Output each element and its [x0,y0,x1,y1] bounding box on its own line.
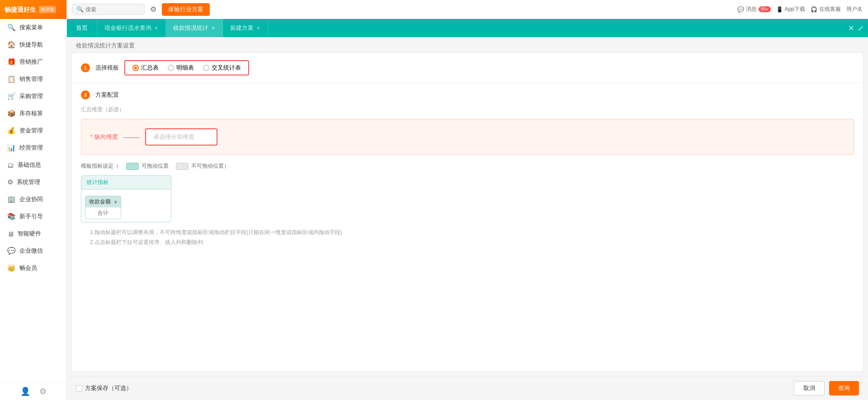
sidebar: 畅捷通好生 标准版 🔍搜索菜单🏠快捷导航🎁营销推广📋销售管理🛒采购管理📦库存核算… [0,0,67,400]
save-checkbox[interactable] [76,385,82,391]
quick-nav-icon: 🏠 [7,41,16,49]
sidebar-item-marketing[interactable]: 🎁营销推广 [0,53,66,71]
finance-icon: 💰 [7,127,16,135]
close-bank-flow-icon[interactable]: ✕ [154,25,158,31]
tab-receipts-stat[interactable]: 收款情况统计 ✕ [166,19,223,37]
marketing-icon: 🎁 [7,58,16,66]
enterprise-label: 企业协同 [19,195,43,203]
tab-receipts-stat-label: 收款情况统计 [173,24,208,32]
operation-label: 经营管理 [19,144,43,152]
sidebar-item-operation[interactable]: 📊经营管理 [0,139,66,156]
metrics-label-prefix: 模板指标设定（ [81,162,119,170]
user-info[interactable]: 用户名 [846,5,863,13]
tab-home[interactable]: 首页 [67,19,97,37]
sidebar-item-enterprise[interactable]: 🏢企业协同 [0,191,66,208]
metrics-section-title: 统计指标 [81,176,171,189]
sidebar-item-guide[interactable]: 📚新手引导 [0,208,66,225]
metric-card-header: 收款金额 ∨ [85,196,121,207]
sidebar-item-hardware[interactable]: 🖥智能硬件 [0,225,66,242]
trial-btn[interactable]: 体验行业方案 [162,3,210,16]
step2-label: 方案配置 [95,91,119,99]
search-menu-icon: 🔍 [7,24,16,32]
sidebar-item-purchase[interactable]: 🛒采购管理 [0,88,66,105]
radio-summary-dot [132,65,139,71]
cancel-button[interactable]: 取消 [794,381,825,395]
sidebar-item-quick-nav[interactable]: 🏠快捷导航 [0,36,66,53]
save-option: 方案保存（可选） [76,384,132,392]
step1-row: 1 选择模板 汇总表 明细表 交 [81,60,854,75]
radio-summary[interactable]: 汇总表 [132,64,159,72]
message-btn[interactable]: 💬 消息 99+ [737,5,771,13]
tab-bank-flow[interactable]: 现金银行流水查询 ✕ [97,19,166,37]
close-receipts-stat-icon[interactable]: ✕ [211,25,215,31]
basic-info-label: 基础信息 [18,161,41,169]
metrics-legend: 模板指标设定（ 可拖动位置 不可拖动位置） [81,162,854,170]
step2-section: 2 方案配置 汇总维度（必选） * 纵向维度 —— 请选择分组维度 [72,83,863,260]
wechat-label: 企业微信 [19,247,43,255]
sidebar-item-wechat[interactable]: 💬企业微信 [0,242,66,259]
radio-cross[interactable]: 交叉统计表 [203,64,241,72]
step2-header: 2 方案配置 [81,90,854,99]
metrics-section: 模板指标设定（ 可拖动位置 不可拖动位置） 统计指标 [81,162,854,222]
operation-icon: 📊 [7,144,16,152]
member-icon: 👑 [7,264,16,272]
tab-home-label: 首页 [76,24,88,32]
sidebar-item-sales[interactable]: 📋销售管理 [0,71,66,88]
topbar: 🔍 ⚙ 体验行业方案 💬 消息 99+ 📱 App下载 🎧 在线客服 用户名 [67,0,868,19]
guide-icon: 📚 [7,212,16,221]
gear-icon[interactable]: ⚙ [150,5,156,14]
purchase-label: 采购管理 [19,92,43,100]
finance-label: 资金管理 [19,127,43,135]
sidebar-items: 🔍搜索菜单🏠快捷导航🎁营销推广📋销售管理🛒采购管理📦库存核算💰资金管理📊经营管理… [0,19,66,382]
tips-section: 1.拖动标题栏可以调整布局，不可跨维度或指标区域拖动栏目字段(只能在同一维度或指… [81,222,854,253]
member-label: 畅会员 [19,264,37,272]
search-bar[interactable]: 🔍 [72,4,145,15]
quick-nav-label: 快捷导航 [19,41,43,49]
close-all-icon[interactable]: ✕ [848,24,854,33]
tip-2: 2.点击标题栏下拉可设置排序、插入列和删除列 [90,238,845,248]
sidebar-item-finance[interactable]: 💰资金管理 [0,122,66,139]
tab-bank-flow-label: 现金银行流水查询 [104,24,151,32]
sidebar-item-search-menu[interactable]: 🔍搜索菜单 [0,19,66,36]
metric-card-area: 收款金额 ∨ 合计 [81,193,171,222]
metric-card-amount[interactable]: 收款金额 ∨ 合计 [85,196,121,219]
system-label: 系统管理 [17,178,40,186]
tabbar-right: ✕ ⤢ [848,24,868,33]
system-icon: ⚙ [7,178,13,186]
sales-icon: 📋 [7,75,16,83]
metrics-table: 统计指标 收款金额 ∨ 合计 [81,175,171,222]
dimension-input[interactable]: 请选择分组维度 [145,128,217,146]
marketing-label: 营销推广 [19,58,43,66]
search-icon: 🔍 [76,6,84,13]
sidebar-item-basic-info[interactable]: 🗂基础信息 [0,156,66,174]
step2-badge: 2 [81,90,90,99]
sidebar-header: 畅捷通好生 标准版 [0,0,66,19]
maximize-icon[interactable]: ⤢ [858,24,863,33]
search-menu-label: 搜索菜单 [19,24,43,32]
download-btn[interactable]: 📱 App下载 [776,5,805,13]
main: 🔍 ⚙ 体验行业方案 💬 消息 99+ 📱 App下载 🎧 在线客服 用户名 首… [67,0,868,400]
hardware-label: 智能硬件 [18,230,41,238]
query-button[interactable]: 查询 [829,381,859,395]
radio-detail[interactable]: 明细表 [168,64,194,72]
radio-detail-label: 明细表 [176,64,194,72]
service-icon: 🎧 [811,6,817,13]
guide-label: 新手引导 [19,212,43,221]
sidebar-logo: 畅捷通好生 [5,6,36,14]
settings-bottom-icon[interactable]: ⚙ [39,386,47,396]
search-input[interactable] [85,6,140,13]
tab-new-plan[interactable]: 新建方案 ✕ [223,19,268,37]
metric-card-dropdown-icon[interactable]: ∨ [114,199,117,204]
wechat-icon: 💬 [7,247,16,255]
step1-badge: 1 [81,63,90,72]
tab-new-plan-label: 新建方案 [230,24,254,32]
sidebar-item-member[interactable]: 👑畅会员 [0,259,66,277]
sidebar-item-inventory[interactable]: 📦库存核算 [0,105,66,122]
inventory-icon: 📦 [7,109,16,118]
service-btn[interactable]: 🎧 在线客服 [811,5,841,13]
close-new-plan-icon[interactable]: ✕ [256,25,260,31]
sidebar-item-system[interactable]: ⚙系统管理 [0,174,66,191]
vertical-dimension-label: * 纵向维度 [90,133,118,141]
user-icon[interactable]: 👤 [20,386,30,396]
download-icon: 📱 [776,6,783,13]
